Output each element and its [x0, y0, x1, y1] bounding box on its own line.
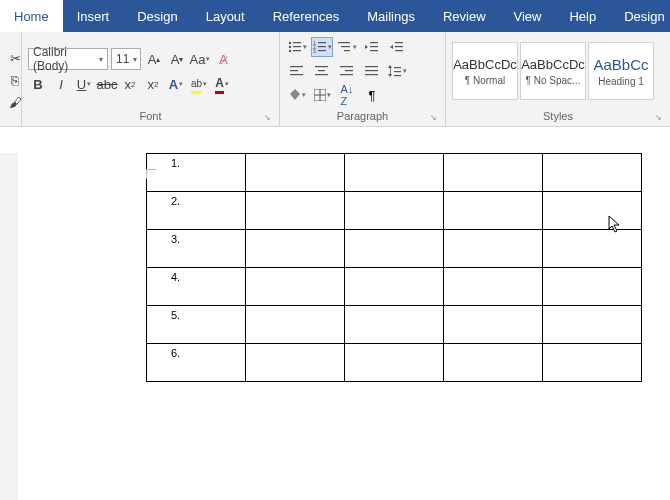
table-cell[interactable] — [543, 230, 642, 268]
svg-rect-36 — [394, 75, 401, 76]
svg-rect-24 — [315, 66, 328, 67]
table-cell[interactable] — [345, 230, 444, 268]
svg-rect-34 — [394, 67, 401, 68]
table-cell[interactable] — [543, 192, 642, 230]
table-cell[interactable] — [246, 306, 345, 344]
table-cell[interactable] — [444, 306, 543, 344]
svg-rect-20 — [395, 50, 403, 51]
table-cell[interactable] — [345, 306, 444, 344]
text-effects-button[interactable]: A▾ — [166, 74, 186, 94]
table-row: 6. — [147, 344, 642, 382]
align-center-button[interactable] — [311, 61, 333, 81]
svg-rect-5 — [293, 50, 301, 51]
bold-button[interactable]: B — [28, 74, 48, 94]
shading-button[interactable]: ▾ — [286, 85, 308, 105]
table-cell[interactable]: 5. — [147, 306, 246, 344]
table-cell[interactable] — [543, 306, 642, 344]
svg-rect-28 — [345, 70, 353, 71]
svg-rect-31 — [365, 70, 378, 71]
numbering-button[interactable]: 123▾ — [311, 37, 333, 57]
line-spacing-button[interactable]: ▾ — [386, 61, 408, 81]
sort-button[interactable]: A↓Z — [336, 85, 358, 105]
svg-rect-33 — [390, 68, 391, 74]
svg-rect-22 — [290, 70, 298, 71]
table-cell[interactable] — [246, 344, 345, 382]
styles-gallery[interactable]: AaBbCcDc ¶ Normal AaBbCcDc ¶ No Spac... … — [452, 42, 664, 100]
table-cell[interactable] — [444, 344, 543, 382]
table-cell[interactable] — [444, 154, 543, 192]
tab-references[interactable]: References — [259, 0, 353, 32]
style-no-spacing[interactable]: AaBbCcDc ¶ No Spac... — [520, 42, 586, 100]
group-label-font: Font — [28, 108, 273, 126]
table-cell[interactable] — [345, 344, 444, 382]
tab-help[interactable]: Help — [555, 0, 610, 32]
table-cell[interactable] — [345, 154, 444, 192]
table-cell[interactable] — [543, 154, 642, 192]
tab-insert[interactable]: Insert — [63, 0, 124, 32]
table-cell[interactable] — [246, 154, 345, 192]
highlight-button[interactable]: ab▾ — [189, 74, 209, 94]
table-cell[interactable]: 1. — [147, 154, 246, 192]
svg-rect-26 — [315, 74, 328, 75]
svg-rect-39 — [319, 89, 320, 101]
table-cell[interactable]: 4. — [147, 268, 246, 306]
document-table[interactable]: 1. 2. 3. 4. 5. 6. — [146, 153, 642, 382]
table-cell[interactable] — [246, 230, 345, 268]
align-left-button[interactable] — [286, 61, 308, 81]
multilevel-list-button[interactable]: ▾ — [336, 37, 358, 57]
ribbon: ✂ ⎘ 🖌 Calibri (Body)▾ 11▾ A▴ A▾ Aa▾ A̷ B… — [0, 32, 670, 127]
underline-button[interactable]: U▾ — [74, 74, 94, 94]
show-marks-button[interactable]: ¶ — [361, 85, 383, 105]
shrink-font-button[interactable]: A▾ — [167, 49, 187, 69]
svg-rect-19 — [395, 46, 403, 47]
style-normal[interactable]: AaBbCcDc ¶ Normal — [452, 42, 518, 100]
style-name: Heading 1 — [598, 76, 644, 87]
borders-button[interactable]: ▾ — [311, 85, 333, 105]
tab-mailings[interactable]: Mailings — [353, 0, 429, 32]
clear-formatting-button[interactable]: A̷ — [213, 49, 233, 69]
align-right-button[interactable] — [336, 61, 358, 81]
svg-rect-15 — [370, 42, 378, 43]
font-size-combo[interactable]: 11▾ — [111, 48, 141, 70]
table-cell[interactable] — [246, 192, 345, 230]
italic-button[interactable]: I — [51, 74, 71, 94]
svg-text:3: 3 — [313, 48, 316, 53]
font-name-combo[interactable]: Calibri (Body)▾ — [28, 48, 108, 70]
table-cell[interactable] — [543, 268, 642, 306]
group-paragraph: ▾ 123▾ ▾ ▾ ▾ ▾ A↓Z ¶ Paragraph — [280, 32, 446, 126]
table-cell[interactable]: 6. — [147, 344, 246, 382]
tab-home[interactable]: Home — [0, 0, 63, 32]
tab-design[interactable]: Design — [123, 0, 191, 32]
grow-font-button[interactable]: A▴ — [144, 49, 164, 69]
svg-rect-12 — [338, 42, 350, 43]
svg-rect-32 — [365, 74, 378, 75]
tab-table-design[interactable]: Design — [610, 0, 670, 32]
style-preview: AaBbCcDc — [453, 57, 517, 72]
table-cell[interactable] — [444, 230, 543, 268]
change-case-button[interactable]: Aa▾ — [190, 49, 210, 69]
table-cell[interactable] — [543, 344, 642, 382]
tab-layout[interactable]: Layout — [192, 0, 259, 32]
justify-button[interactable] — [361, 61, 383, 81]
table-cell[interactable] — [444, 192, 543, 230]
table-cell[interactable]: 2. — [147, 192, 246, 230]
style-heading1[interactable]: AaBbCc Heading 1 — [588, 42, 654, 100]
decrease-indent-button[interactable] — [361, 37, 383, 57]
strikethrough-button[interactable]: abc — [97, 74, 117, 94]
table-cell[interactable] — [345, 192, 444, 230]
table-cell[interactable] — [345, 268, 444, 306]
tab-view[interactable]: View — [500, 0, 556, 32]
group-label-styles: Styles — [452, 108, 664, 126]
subscript-button[interactable]: x2 — [120, 74, 140, 94]
bullets-button[interactable]: ▾ — [286, 37, 308, 57]
document-area[interactable]: 1. 2. 3. 4. 5. 6. — [0, 153, 670, 500]
tab-review[interactable]: Review — [429, 0, 500, 32]
table-cell[interactable]: 3. — [147, 230, 246, 268]
table-cell[interactable] — [444, 268, 543, 306]
font-color-button[interactable]: A▾ — [212, 74, 232, 94]
svg-rect-3 — [293, 46, 301, 47]
table-row: 3. — [147, 230, 642, 268]
superscript-button[interactable]: x2 — [143, 74, 163, 94]
increase-indent-button[interactable] — [386, 37, 408, 57]
table-cell[interactable] — [246, 268, 345, 306]
